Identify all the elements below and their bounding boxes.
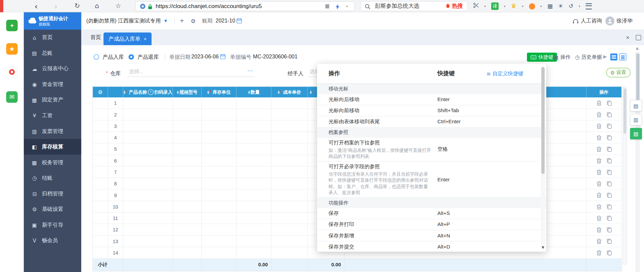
dialog-scroll-down-icon[interactable]: ▼ xyxy=(541,245,545,249)
add-account-icon[interactable]: + xyxy=(180,12,184,30)
row-gear-cell[interactable] xyxy=(93,201,108,212)
row-gear-cell[interactable] xyxy=(93,224,108,235)
side-tool-notes-icon[interactable]: ▤ xyxy=(630,100,642,111)
customize-shortcuts-link[interactable]: ≡自定义快捷键 xyxy=(486,70,523,77)
weibo-icon[interactable] xyxy=(6,66,17,78)
copy-row-icon[interactable] xyxy=(606,135,612,140)
undo-icon[interactable]: ↺ xyxy=(569,3,573,10)
row-gear-cell[interactable] xyxy=(93,97,108,108)
cell-unit[interactable] xyxy=(202,236,236,247)
cell-product[interactable] xyxy=(123,236,173,247)
cell-qty[interactable] xyxy=(236,155,271,166)
copy-row-icon[interactable] xyxy=(606,181,612,186)
undo-dropdown-icon[interactable]: ▾ xyxy=(579,4,580,8)
scissors-dropdown-icon[interactable]: ▾ xyxy=(484,4,486,8)
cell-price[interactable] xyxy=(271,213,308,224)
cell-product[interactable] xyxy=(123,109,173,120)
delete-row-icon[interactable] xyxy=(596,111,601,117)
cell-unit[interactable] xyxy=(202,224,236,235)
cell-qty[interactable] xyxy=(236,167,271,178)
page-scroll-up-icon[interactable]: ▲ xyxy=(636,46,639,50)
header-unit[interactable]: ▲▼*库存单位 xyxy=(202,87,236,97)
period-value[interactable]: 2021-10 xyxy=(216,12,235,30)
delete-row-icon[interactable] xyxy=(596,100,601,106)
user-name[interactable]: 徐泽华 xyxy=(616,12,633,30)
quick-plus-icon[interactable]: + xyxy=(6,20,17,31)
delete-row-icon[interactable] xyxy=(596,123,601,129)
cell-qty[interactable] xyxy=(236,121,271,132)
sidebar-item-general-ledger[interactable]: ▤总账 xyxy=(24,45,81,61)
row-gear-cell[interactable] xyxy=(93,213,108,224)
sidebar-item-payroll[interactable]: ¥工资 xyxy=(24,108,81,124)
radio-product-return[interactable]: 产品退库 xyxy=(128,53,159,61)
header-price[interactable]: ▲▼*成本单价 xyxy=(271,87,308,97)
copy-row-icon[interactable] xyxy=(606,169,612,175)
favorites-star-icon[interactable]: ★ xyxy=(6,43,17,55)
cell-unit[interactable] xyxy=(202,143,236,154)
side-tool-receipt-icon[interactable]: ▤ xyxy=(630,128,642,139)
cell-spec[interactable] xyxy=(173,167,202,178)
radio-icon-selected[interactable] xyxy=(128,54,134,60)
cell-spec[interactable] xyxy=(173,213,202,224)
cell-price[interactable] xyxy=(271,224,308,235)
delete-row-icon[interactable] xyxy=(596,250,601,256)
cell-spec[interactable] xyxy=(173,189,202,200)
cell-product[interactable] xyxy=(123,143,173,154)
sidebar-item-funds[interactable]: ◉资金管理 xyxy=(24,77,81,92)
cell-price[interactable] xyxy=(271,132,308,143)
copy-row-icon[interactable] xyxy=(606,250,612,256)
side-tool-chart-icon[interactable]: ▥ xyxy=(630,114,642,125)
delete-row-icon[interactable] xyxy=(596,158,601,164)
cell-price[interactable] xyxy=(271,247,308,258)
cell-unit[interactable] xyxy=(202,167,236,178)
page-scrollbar[interactable] xyxy=(635,52,640,272)
row-gear-cell[interactable] xyxy=(93,132,108,143)
cell-unit[interactable] xyxy=(202,155,236,166)
copy-row-icon[interactable] xyxy=(606,158,612,164)
copy-row-icon[interactable] xyxy=(606,192,612,198)
copy-row-icon[interactable] xyxy=(606,100,612,106)
sidebar-item-closing[interactable]: ◷结账 xyxy=(24,170,81,186)
cell-product[interactable] xyxy=(123,247,173,258)
cell-spec[interactable] xyxy=(173,109,202,120)
theme-icon[interactable]: ☀ xyxy=(558,3,563,10)
dialog-scroll-thumb[interactable] xyxy=(541,67,545,174)
row-gear-cell[interactable] xyxy=(93,178,108,189)
account-dropdown-icon[interactable]: ▼ xyxy=(164,12,167,30)
cell-price[interactable] xyxy=(271,155,308,166)
period-calendar-icon[interactable] xyxy=(236,18,242,25)
bookmark-star-icon[interactable]: ☆ xyxy=(114,0,122,12)
cell-product[interactable] xyxy=(123,155,173,166)
table-scrollbar[interactable] xyxy=(623,86,627,265)
cell-spec[interactable] xyxy=(173,247,202,258)
cell-unit[interactable] xyxy=(202,121,236,132)
cell-product[interactable] xyxy=(123,167,173,178)
cell-spec[interactable] xyxy=(173,201,202,212)
cell-unit[interactable] xyxy=(202,189,236,200)
list-view-toggle-active[interactable] xyxy=(610,53,618,60)
cell-spec[interactable] xyxy=(173,132,202,143)
sidebar-item-fixed-assets[interactable]: ▦固定资产 xyxy=(24,92,81,108)
cell-price[interactable] xyxy=(271,236,308,247)
sidebar-item-tax[interactable]: ▩税务管理 xyxy=(24,154,81,170)
header-spec[interactable]: ▲▼规格型号 xyxy=(173,87,202,97)
delete-row-icon[interactable] xyxy=(596,238,601,244)
copy-row-icon[interactable] xyxy=(606,123,612,129)
cell-qty[interactable] xyxy=(236,201,271,212)
sidebar-item-basic-settings[interactable]: ⚙基础设置 xyxy=(24,201,81,217)
cell-price[interactable] xyxy=(271,178,308,189)
search-hotword[interactable]: 彭斯参加总统大选 xyxy=(375,2,419,11)
browser-menu-icon[interactable] xyxy=(586,3,592,9)
delete-row-icon[interactable] xyxy=(596,135,601,140)
translate-icon[interactable]: 译 xyxy=(491,2,499,10)
doc-date-calendar-icon[interactable] xyxy=(220,54,225,60)
grid-settings-button[interactable]: ⚙ 设置 xyxy=(606,68,630,77)
reload-icon[interactable]: ↻ xyxy=(73,0,81,12)
dialog-scrollbar[interactable]: ▼ xyxy=(541,66,545,249)
radio-product-inbound[interactable]: 产品入库 xyxy=(94,53,124,61)
cell-spec[interactable] xyxy=(173,178,202,189)
column-settings-gear-icon[interactable]: ⚙ xyxy=(93,87,108,97)
cell-product[interactable] xyxy=(123,224,173,235)
warehouse-field[interactable]: 选择... ⋯ xyxy=(127,66,255,77)
operation-menu-button[interactable]: ▦ 操作 xyxy=(554,53,571,62)
